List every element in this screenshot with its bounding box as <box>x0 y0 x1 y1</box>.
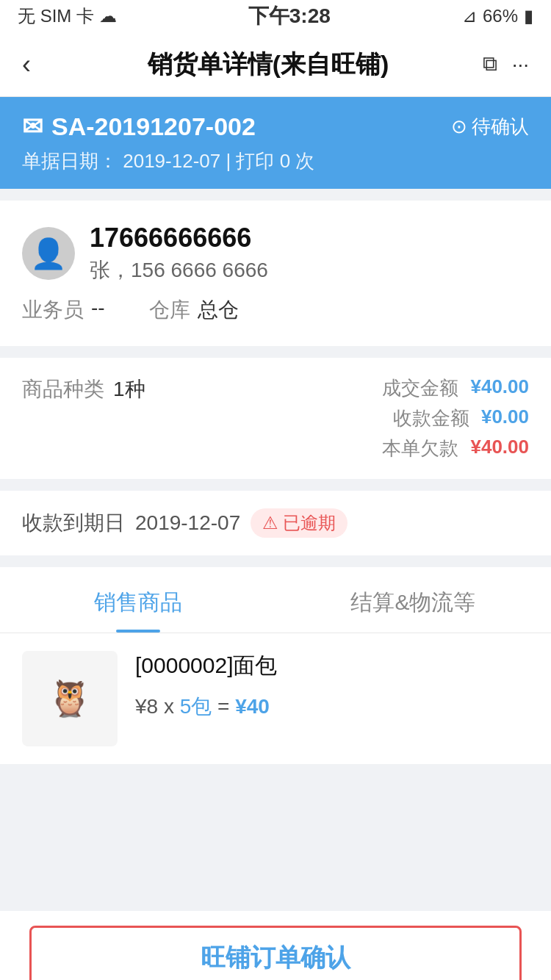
status-time: 下午3:28 <box>248 2 331 30</box>
amount-label: 成交金额 <box>382 375 458 401</box>
product-info: [0000002]面包 ¥8 x 5包 = ¥40 <box>135 651 529 721</box>
product-thumb-icon: 🦉 <box>48 678 92 719</box>
clock-icon: ⊙ <box>451 115 467 138</box>
customer-row: 👤 17666666666 张，156 6666 6666 <box>22 223 529 284</box>
customer-meta: 业务员 -- 仓库 总仓 <box>22 296 529 324</box>
product-type-count: 1种 <box>113 375 145 403</box>
product-name: [0000002]面包 <box>135 651 529 681</box>
tabs-section: 销售商品 结算&物流等 🦉 [0000002]面包 ¥8 x 5包 = ¥40 <box>0 567 551 764</box>
received-label: 收款金额 <box>393 406 469 431</box>
due-label: 本单欠款 <box>382 436 458 461</box>
salesperson-item: 业务员 -- <box>22 296 105 324</box>
warehouse-value: 总仓 <box>198 296 239 324</box>
sim-label: 无 SIM 卡 ☁ <box>18 4 117 28</box>
customer-info: 17666666666 张，156 6666 6666 <box>90 223 268 284</box>
due-item: 本单欠款 ¥40.00 <box>382 436 529 461</box>
warehouse-label: 仓库 <box>149 296 190 324</box>
order-date: 单据日期： 2019-12-07 | 打印 0 次 <box>22 148 529 174</box>
battery-icon: ⊿ <box>462 6 477 26</box>
bottom-area: 旺铺订单确认 <box>0 911 551 980</box>
overdue-text: 已逾期 <box>283 511 336 535</box>
warning-icon: ⚠ <box>262 513 278 533</box>
product-thumbnail: 🦉 <box>22 651 118 746</box>
price-equals: = <box>212 695 235 718</box>
product-section: 🦉 [0000002]面包 ¥8 x 5包 = ¥40 <box>0 633 551 764</box>
status-bar: 无 SIM 卡 ☁ 下午3:28 ⊿ 66% ▮ <box>0 0 551 32</box>
battery-level: 66% <box>483 6 518 26</box>
summary-left: 商品种类 1种 <box>22 375 145 403</box>
price-qty: 5包 <box>180 695 212 718</box>
salesperson-value: -- <box>91 296 105 324</box>
mail-icon: ✉ <box>22 112 43 141</box>
summary-right: 成交金额 ¥40.00 收款金额 ¥0.00 本单欠款 ¥40.00 <box>382 375 529 461</box>
status-left: 无 SIM 卡 ☁ <box>18 4 117 28</box>
due-date-label: 收款到期日 <box>22 509 125 537</box>
order-status: ⊙ 待确认 <box>451 114 529 140</box>
customer-name: 张，156 6666 6666 <box>90 256 268 284</box>
summary-section: 商品种类 1种 成交金额 ¥40.00 收款金额 ¥0.00 本单欠款 ¥40.… <box>0 358 551 479</box>
product-type-label: 商品种类 <box>22 375 104 403</box>
page-title: 销货单详情(来自旺铺) <box>66 48 470 82</box>
battery-body: ▮ <box>524 6 533 26</box>
avatar-icon: 👤 <box>30 237 67 271</box>
share-icon[interactable]: ⧉ <box>483 52 497 76</box>
customer-phone: 17666666666 <box>90 223 268 253</box>
nav-actions: ⧉ ··· <box>470 52 529 76</box>
empty-space <box>0 764 551 911</box>
due-date-value: 2019-12-07 <box>135 511 240 535</box>
customer-section: 👤 17666666666 张，156 6666 6666 业务员 -- 仓库 … <box>0 201 551 346</box>
order-header-banner: ✉ SA-20191207-002 ⊙ 待确认 单据日期： 2019-12-07… <box>0 97 551 189</box>
received-item: 收款金额 ¥0.00 <box>393 406 529 431</box>
overdue-badge: ⚠ 已逾期 <box>251 508 347 538</box>
amount-value: ¥40.00 <box>470 375 529 401</box>
avatar: 👤 <box>22 227 75 280</box>
summary-row: 商品种类 1种 成交金额 ¥40.00 收款金额 ¥0.00 本单欠款 ¥40.… <box>22 375 529 461</box>
due-date-section: 收款到期日 2019-12-07 ⚠ 已逾期 <box>0 491 551 555</box>
tabs-header: 销售商品 结算&物流等 <box>0 567 551 633</box>
product-price: ¥8 x 5包 = ¥40 <box>135 693 529 721</box>
warehouse-item: 仓库 总仓 <box>149 296 239 324</box>
confirm-order-button[interactable]: 旺铺订单确认 <box>29 926 522 980</box>
amount-item: 成交金额 ¥40.00 <box>382 375 529 401</box>
salesperson-label: 业务员 <box>22 296 84 324</box>
status-right: ⊿ 66% ▮ <box>462 6 533 26</box>
nav-bar: ‹ 销货单详情(来自旺铺) ⧉ ··· <box>0 32 551 97</box>
price-amount: ¥8 x <box>135 695 180 718</box>
back-button[interactable]: ‹ <box>22 49 66 80</box>
price-total: ¥40 <box>235 695 270 718</box>
order-header-top: ✉ SA-20191207-002 ⊙ 待确认 <box>22 112 529 141</box>
more-icon[interactable]: ··· <box>512 53 529 76</box>
tab-sales-label: 销售商品 <box>94 590 182 614</box>
tab-settlement-label: 结算&物流等 <box>350 590 475 614</box>
tab-settlement[interactable]: 结算&物流等 <box>276 567 551 633</box>
order-id: ✉ SA-20191207-002 <box>22 112 256 141</box>
due-value: ¥40.00 <box>470 436 529 461</box>
product-row: 🦉 [0000002]面包 ¥8 x 5包 = ¥40 <box>22 651 529 746</box>
received-value: ¥0.00 <box>481 406 529 431</box>
tab-underline <box>116 630 160 633</box>
tab-sales-products[interactable]: 销售商品 <box>0 567 276 633</box>
